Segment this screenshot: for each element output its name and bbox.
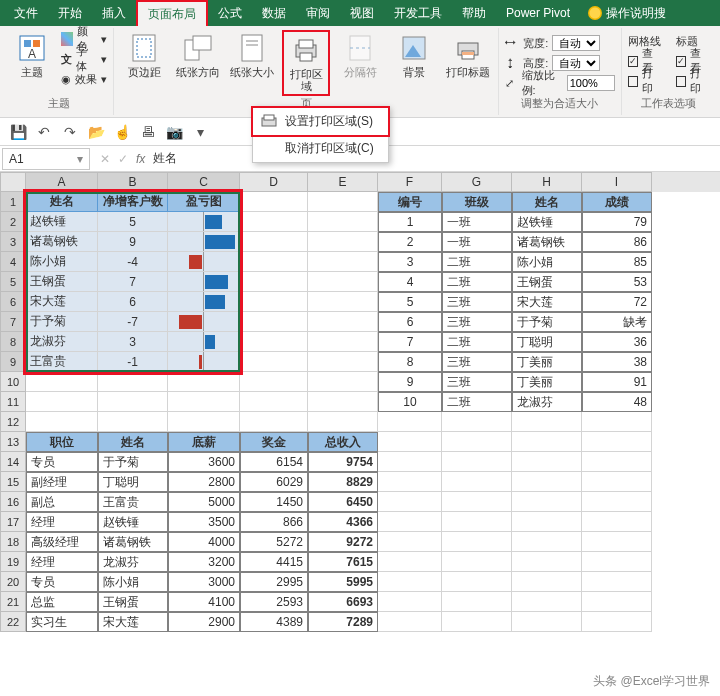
- t1-value[interactable]: 9: [98, 232, 168, 252]
- cell[interactable]: [512, 552, 582, 572]
- cell[interactable]: [442, 432, 512, 452]
- cell[interactable]: [240, 212, 308, 232]
- cell[interactable]: [378, 532, 442, 552]
- cell[interactable]: [442, 552, 512, 572]
- t3-cell[interactable]: 副经理: [26, 472, 98, 492]
- cell[interactable]: [308, 252, 378, 272]
- t2-cell[interactable]: 龙淑芬: [512, 392, 582, 412]
- cell[interactable]: [240, 392, 308, 412]
- t2-header[interactable]: 姓名: [512, 192, 582, 212]
- t3-cell[interactable]: 6450: [308, 492, 378, 512]
- t2-cell[interactable]: 91: [582, 372, 652, 392]
- cell[interactable]: [378, 472, 442, 492]
- t2-cell[interactable]: 三班: [442, 312, 512, 332]
- cell[interactable]: [582, 592, 652, 612]
- cell[interactable]: [240, 372, 308, 392]
- t3-cell[interactable]: 2593: [240, 592, 308, 612]
- cell[interactable]: [308, 352, 378, 372]
- col-header-B[interactable]: B: [98, 172, 168, 192]
- t1-value[interactable]: 3: [98, 332, 168, 352]
- cell[interactable]: [512, 592, 582, 612]
- row-header-8[interactable]: 8: [0, 332, 26, 352]
- cell[interactable]: [512, 432, 582, 452]
- cell[interactable]: [240, 232, 308, 252]
- t2-cell[interactable]: 4: [378, 272, 442, 292]
- t1-header[interactable]: 姓名: [26, 192, 98, 212]
- row-header-2[interactable]: 2: [0, 212, 26, 232]
- cell[interactable]: [442, 592, 512, 612]
- cell[interactable]: [512, 532, 582, 552]
- t1-value[interactable]: 5: [98, 212, 168, 232]
- t1-chart[interactable]: [168, 292, 240, 312]
- row-header-20[interactable]: 20: [0, 572, 26, 592]
- t3-cell[interactable]: 7289: [308, 612, 378, 632]
- t2-cell[interactable]: 二班: [442, 392, 512, 412]
- tab-powerpivot[interactable]: Power Pivot: [496, 0, 580, 26]
- cell[interactable]: [168, 392, 240, 412]
- col-header-H[interactable]: H: [512, 172, 582, 192]
- cell[interactable]: [26, 392, 98, 412]
- cell[interactable]: [98, 372, 168, 392]
- cell[interactable]: [98, 392, 168, 412]
- t3-cell[interactable]: 1450: [240, 492, 308, 512]
- t1-value[interactable]: -1: [98, 352, 168, 372]
- t3-cell[interactable]: 经理: [26, 552, 98, 572]
- qat-camera-icon[interactable]: 📷: [166, 124, 182, 140]
- tab-view[interactable]: 视图: [340, 0, 384, 26]
- t3-header[interactable]: 姓名: [98, 432, 168, 452]
- cell[interactable]: [308, 332, 378, 352]
- col-header-C[interactable]: C: [168, 172, 240, 192]
- cell[interactable]: [582, 612, 652, 632]
- cell[interactable]: [442, 532, 512, 552]
- t1-value[interactable]: 6: [98, 292, 168, 312]
- qat-redo-icon[interactable]: ↷: [62, 124, 78, 140]
- cell[interactable]: [26, 412, 98, 432]
- t1-value[interactable]: -4: [98, 252, 168, 272]
- t2-header[interactable]: 班级: [442, 192, 512, 212]
- cell[interactable]: [442, 452, 512, 472]
- t2-cell[interactable]: 一班: [442, 232, 512, 252]
- cell[interactable]: [582, 452, 652, 472]
- cell[interactable]: [308, 192, 378, 212]
- cell[interactable]: [442, 412, 512, 432]
- t2-cell[interactable]: 9: [378, 372, 442, 392]
- t1-name[interactable]: 宋大莲: [26, 292, 98, 312]
- t3-cell[interactable]: 赵铁锤: [98, 512, 168, 532]
- t3-cell[interactable]: 5272: [240, 532, 308, 552]
- cell[interactable]: [442, 512, 512, 532]
- cell[interactable]: [512, 512, 582, 532]
- t2-header[interactable]: 编号: [378, 192, 442, 212]
- background-button[interactable]: 背景: [390, 30, 438, 80]
- qat-undo-icon[interactable]: ↶: [36, 124, 52, 140]
- row-header-11[interactable]: 11: [0, 392, 26, 412]
- row-header-6[interactable]: 6: [0, 292, 26, 312]
- cell[interactable]: [582, 472, 652, 492]
- print-titles-button[interactable]: 打印标题: [444, 30, 492, 80]
- enter-icon[interactable]: ✓: [118, 152, 128, 166]
- t3-cell[interactable]: 丁聪明: [98, 472, 168, 492]
- t2-header[interactable]: 成绩: [582, 192, 652, 212]
- margins-button[interactable]: 页边距: [120, 30, 168, 80]
- cell[interactable]: [378, 552, 442, 572]
- t3-cell[interactable]: 专员: [26, 572, 98, 592]
- t2-cell[interactable]: 二班: [442, 272, 512, 292]
- cell[interactable]: [240, 292, 308, 312]
- cell[interactable]: [442, 572, 512, 592]
- select-all-corner[interactable]: [0, 172, 26, 192]
- cell[interactable]: [308, 412, 378, 432]
- t2-cell[interactable]: 三班: [442, 292, 512, 312]
- row-header-15[interactable]: 15: [0, 472, 26, 492]
- cell[interactable]: [582, 532, 652, 552]
- t3-cell[interactable]: 3600: [168, 452, 240, 472]
- tab-insert[interactable]: 插入: [92, 0, 136, 26]
- tab-review[interactable]: 审阅: [296, 0, 340, 26]
- t3-cell[interactable]: 5995: [308, 572, 378, 592]
- row-header-13[interactable]: 13: [0, 432, 26, 452]
- col-header-E[interactable]: E: [308, 172, 378, 192]
- t3-cell[interactable]: 总监: [26, 592, 98, 612]
- t2-cell[interactable]: 丁美丽: [512, 352, 582, 372]
- t1-name[interactable]: 诸葛钢铁: [26, 232, 98, 252]
- t1-name[interactable]: 于予菊: [26, 312, 98, 332]
- cell[interactable]: [378, 592, 442, 612]
- t3-cell[interactable]: 4366: [308, 512, 378, 532]
